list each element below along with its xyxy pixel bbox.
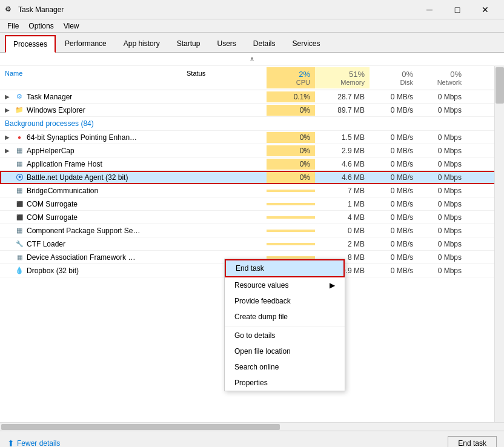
expand-arrow-icon[interactable]: ▶ <box>5 147 12 154</box>
ctx-separator <box>225 326 345 326</box>
menu-bar: File Options View <box>0 19 504 33</box>
table-row[interactable]: ▶ ▦ BridgeCommunication 7 MB 0 MB/s 0 Mb… <box>0 184 504 197</box>
process-name-label: COM Surrogate <box>27 213 78 222</box>
table-row[interactable]: ▶ ▦ Application Frame Host 0% 4.6 MB 0 M… <box>0 157 504 171</box>
process-icon: ▦ <box>15 226 24 236</box>
table-row[interactable]: ▶ ● 64-bit Synaptics Pointing Enhan… 0% … <box>0 131 504 144</box>
col-status[interactable]: Status <box>182 67 267 88</box>
process-icon: 🔧 <box>15 239 24 249</box>
ctx-provide-feedback[interactable]: Provide feedback <box>225 293 345 309</box>
menu-view[interactable]: View <box>59 21 84 31</box>
ctx-open-file-location[interactable]: Open file location <box>225 343 345 359</box>
table-row[interactable]: ▶ ▦ Component Package Support Se… 0 MB 0… <box>0 224 504 237</box>
context-menu: End task Resource values ▶ Provide feedb… <box>224 259 345 391</box>
cpu-val <box>267 190 315 192</box>
tab-details[interactable]: Details <box>245 35 284 52</box>
horizontal-scrollbar[interactable] <box>0 422 504 431</box>
net-val: 0 Mbps <box>418 172 466 183</box>
collapse-button[interactable]: ∧ <box>250 55 254 63</box>
end-task-footer-button[interactable]: End task <box>448 436 497 448</box>
fewer-details-button[interactable]: ⬆ Fewer details <box>7 439 60 448</box>
expand-arrow-icon[interactable]: ▶ <box>5 134 12 141</box>
process-name-label: AppHelperCap <box>27 147 75 155</box>
tab-processes[interactable]: Processes <box>5 35 56 53</box>
mem-val: 4.6 MB <box>315 172 370 183</box>
table-row[interactable]: ▶ 🔧 CTF Loader 2 MB 0 MB/s 0 Mbps <box>0 237 504 251</box>
col-name[interactable]: Name <box>0 67 182 88</box>
mem-val: 4.6 MB <box>315 159 370 170</box>
net-val: 0 Mbps <box>418 239 466 250</box>
battlenet-icon: ⦿ <box>15 173 24 182</box>
process-icon: ● <box>15 133 24 142</box>
expand-arrow-icon[interactable]: ▶ <box>5 107 12 113</box>
net-val: 0 Mbps <box>418 199 466 210</box>
disk-val: 0 MB/s <box>370 265 418 276</box>
col-disk[interactable]: 0% Disk <box>370 67 418 88</box>
title-bar: ⚙ Task Manager ─ □ ✕ <box>0 0 504 19</box>
net-val: 0 Mbps <box>418 225 466 236</box>
table-row-battlenet[interactable]: ▶ ⦿ Battle.net Update Agent (32 bit) 0% … <box>0 171 504 184</box>
ctx-properties[interactable]: Properties <box>225 375 345 391</box>
table-row[interactable]: ▶ ⚙ Task Manager 0.1% 28.7 MB 0 MB/s 0 M… <box>0 90 504 104</box>
mem-val: 28.7 MB <box>315 91 370 102</box>
net-val: 0 Mbps <box>418 265 466 276</box>
process-icon: ⬛ <box>15 199 24 209</box>
col-memory[interactable]: 51% Memory <box>315 67 370 88</box>
mem-val: 0 MB <box>315 225 370 236</box>
main-content: ∧ Name Status 2% CPU 51% Memory 0% Disk … <box>0 53 504 422</box>
ctx-create-dump[interactable]: Create dump file <box>225 309 345 325</box>
expand-arrow-icon[interactable]: ▶ <box>5 93 12 100</box>
app-icon: ⚙ <box>5 5 15 15</box>
fewer-details-arrow-icon: ⬆ <box>7 439 15 448</box>
tab-app-history[interactable]: App history <box>116 35 168 52</box>
tab-services[interactable]: Services <box>285 35 328 52</box>
bg-section-title: Background processes (84) <box>0 117 466 130</box>
minimize-button[interactable]: ─ <box>416 0 443 19</box>
net-val: 0 Mbps <box>418 185 466 196</box>
process-name-label: COM Surrogate <box>27 200 78 208</box>
ctx-go-to-details[interactable]: Go to details <box>225 328 345 343</box>
table-row[interactable]: ▶ ⬛ COM Surrogate 4 MB 0 MB/s 0 Mbps <box>0 211 504 224</box>
process-icon: ▦ <box>15 186 24 196</box>
scrollbar-thumb[interactable] <box>496 67 504 104</box>
submenu-arrow-icon: ▶ <box>330 281 335 290</box>
process-icon: ▦ <box>15 146 24 156</box>
process-name-label: Device Association Framework … <box>27 253 135 262</box>
table-row[interactable]: ▶ ▦ AppHelperCap 0% 2.9 MB 0 MB/s 0 Mbps <box>0 144 504 157</box>
disk-val: 0 MB/s <box>370 199 418 210</box>
disk-val: 0 MB/s <box>370 159 418 170</box>
ctx-resource-values[interactable]: Resource values ▶ <box>225 277 345 293</box>
hscroll-thumb[interactable] <box>1 424 280 430</box>
net-val: 0 Mbps <box>418 145 466 156</box>
disk-val: 0 MB/s <box>370 239 418 250</box>
vertical-scrollbar[interactable] <box>494 66 504 422</box>
table-row[interactable]: ▶ 📁 Windows Explorer 0% 89.7 MB 0 MB/s 0… <box>0 104 504 117</box>
close-button[interactable]: ✕ <box>471 0 499 19</box>
disk-val: 0 MB/s <box>370 91 418 102</box>
ctx-end-task[interactable]: End task <box>225 259 345 277</box>
tab-startup[interactable]: Startup <box>169 35 208 52</box>
cpu-val <box>267 203 315 205</box>
process-name-label: Battle.net Update Agent (32 bit) <box>27 173 128 182</box>
process-name-label: Windows Explorer <box>27 106 85 114</box>
table-row[interactable]: ▶ ⬛ COM Surrogate 1 MB 0 MB/s 0 Mbps <box>0 197 504 211</box>
menu-options[interactable]: Options <box>24 21 58 31</box>
maximize-button[interactable]: □ <box>443 0 471 19</box>
cpu-val: 0.1% <box>267 91 315 102</box>
disk-val: 0 MB/s <box>370 252 418 263</box>
process-name-label: Application Frame Host <box>27 160 102 168</box>
disk-val: 0 MB/s <box>370 105 418 116</box>
tab-users[interactable]: Users <box>209 35 244 52</box>
tab-performance[interactable]: Performance <box>57 35 114 52</box>
process-name-label: BridgeCommunication <box>27 187 98 195</box>
section-header-bg: Background processes (84) <box>0 117 504 131</box>
fewer-details-label: Fewer details <box>17 439 60 448</box>
process-icon: ▦ <box>15 159 24 169</box>
net-val: 0 Mbps <box>418 132 466 143</box>
menu-file[interactable]: File <box>2 21 24 31</box>
col-network[interactable]: 0% Network <box>418 67 466 88</box>
col-cpu[interactable]: 2% CPU <box>267 67 315 88</box>
mem-val: 89.7 MB <box>315 105 370 116</box>
ctx-search-online[interactable]: Search online <box>225 359 345 375</box>
footer: ⬆ Fewer details End task <box>0 431 504 447</box>
